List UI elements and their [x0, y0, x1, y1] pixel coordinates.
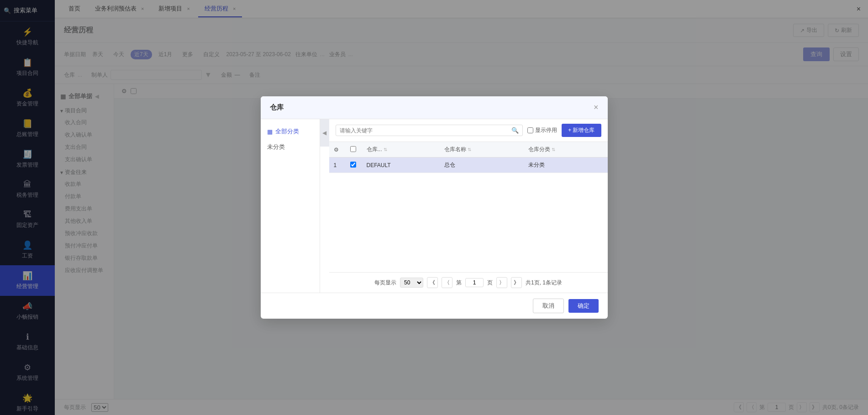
dialog-page-input[interactable] [465, 278, 484, 287]
add-warehouse-btn[interactable]: + 新增仓库 [562, 124, 601, 137]
show-disabled-label[interactable]: 显示停用 [527, 126, 557, 134]
row-checkbox [346, 158, 362, 173]
collapse-arrow-icon: ◀ [322, 130, 326, 136]
row-category: 未分类 [524, 158, 608, 173]
dialog-total-text: 共1页, 1条记录 [526, 279, 562, 287]
dialog-footer: 取消 确定 [261, 293, 608, 319]
all-category-label: 全部分类 [275, 127, 299, 136]
add-warehouse-label: + 新增仓库 [568, 126, 594, 134]
dialog-pagination: 每页显示 50 10 20 100 《 〈 第 页 〉 》 共1页, 1条记录 [329, 272, 608, 293]
col-category: 仓库分类 ⇅ [524, 142, 608, 158]
dialog-header: 仓库 × [261, 96, 608, 119]
dialog-left-panel: ▦ 全部分类 未分类 [261, 119, 320, 293]
table-select-all[interactable] [350, 146, 356, 152]
warehouse-table: ⚙ 仓库... ⇅ [329, 142, 608, 272]
dialog-page-end: 页 [487, 279, 493, 287]
dialog-prev-page-btn[interactable]: 〈 [442, 277, 452, 288]
row-code: DEFAULT [362, 158, 440, 173]
search-input-wrap: 🔍 [336, 125, 523, 136]
dialog-title: 仓库 [270, 103, 284, 112]
row-name: 总仓 [440, 158, 524, 173]
collapse-panel-btn[interactable]: ◀ [320, 119, 329, 147]
col-code: 仓库... ⇅ [362, 142, 440, 158]
dialog-last-page-btn[interactable]: 》 [511, 277, 522, 288]
dialog-first-page-btn[interactable]: 《 [427, 277, 438, 288]
dialog-close-btn[interactable]: × [594, 103, 599, 112]
dialog-left-all[interactable]: ▦ 全部分类 [261, 124, 320, 139]
dialog-overlay: 仓库 × ▦ 全部分类 未分类 ◀ [0, 0, 868, 415]
confirm-button[interactable]: 确定 [568, 299, 599, 313]
table-row[interactable]: 1 DEFAULT 总仓 [329, 158, 608, 173]
col-name: 仓库名称 ⇅ [440, 142, 524, 158]
col-checkbox [346, 142, 362, 158]
code-sort-icon: ⇅ [384, 147, 387, 152]
dialog-page-label: 第 [456, 279, 462, 287]
dialog-next-page-btn[interactable]: 〉 [496, 277, 507, 288]
show-disabled-text: 显示停用 [535, 126, 557, 134]
dialog-body: ▦ 全部分类 未分类 ◀ 🔍 [261, 119, 608, 293]
show-disabled-checkbox[interactable] [527, 127, 533, 133]
row-gear: 1 [329, 158, 346, 173]
search-icon: 🔍 [511, 127, 519, 134]
all-category-icon: ▦ [267, 128, 273, 135]
name-sort-icon: ⇅ [468, 147, 471, 152]
category-sort-icon: ⇅ [552, 147, 555, 152]
dialog-toolbar: 🔍 显示停用 + 新增仓库 [329, 119, 608, 142]
cancel-button[interactable]: 取消 [533, 299, 564, 313]
dialog-per-page-select[interactable]: 50 10 20 100 [400, 278, 423, 288]
row-select-checkbox[interactable] [350, 162, 356, 168]
col-gear: ⚙ [329, 142, 346, 158]
dialog-per-page-label: 每页显示 [374, 279, 396, 287]
dialog-left-uncat[interactable]: 未分类 [261, 139, 320, 155]
warehouse-search-input[interactable] [340, 127, 509, 134]
dialog-right-panel: 🔍 显示停用 + 新增仓库 [329, 119, 608, 293]
uncat-label: 未分类 [267, 143, 285, 151]
warehouse-dialog: 仓库 × ▦ 全部分类 未分类 ◀ [261, 96, 608, 319]
